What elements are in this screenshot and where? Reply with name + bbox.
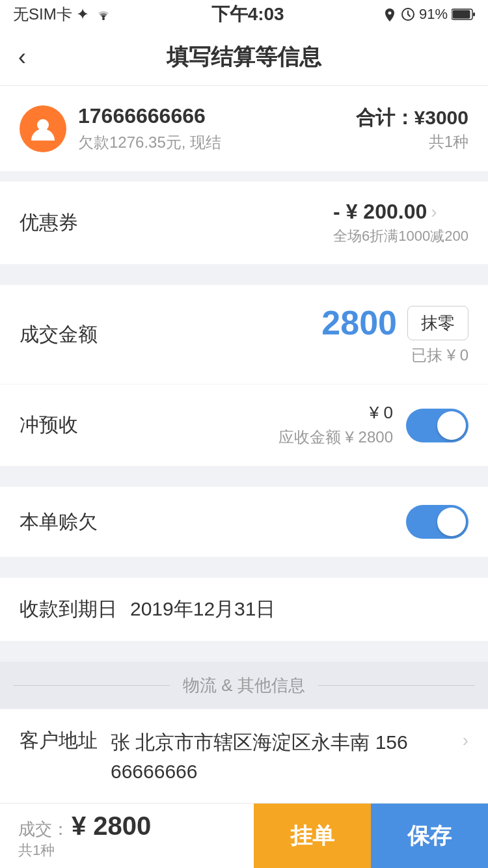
battery-icon [452, 8, 475, 21]
location-icon [383, 7, 397, 21]
coupon-chevron-icon: › [431, 202, 437, 223]
prepaid-sub: 应收金额 ¥ 2800 [278, 427, 393, 448]
page-header: ‹ 填写结算等信息 [0, 29, 488, 86]
logistics-divider: 物流 & 其他信息 [0, 662, 488, 709]
section-separator-2 [0, 476, 488, 487]
customer-sub: 欠款1276.35元, 现结 [78, 132, 221, 153]
status-right: 91% [383, 6, 475, 23]
footer-info: 成交： ¥ 2800 共1种 [0, 811, 254, 860]
customer-total: 合计：¥3000 共1种 [356, 105, 468, 152]
address-label: 客户地址 [20, 727, 98, 754]
deal-amount-row: 成交金额 2800 抹零 已抹 ¥ 0 [0, 285, 488, 385]
deal-amount-right: 2800 抹零 已抹 ¥ 0 [321, 303, 468, 366]
address-section[interactable]: 客户地址 张 北京市市辖区海淀区永丰南 156 66666666 › [0, 709, 488, 804]
page-title: 填写结算等信息 [167, 42, 321, 72]
section-separator-1 [0, 275, 488, 285]
divider-line-right [318, 685, 475, 686]
coupon-label: 优惠券 [20, 210, 78, 236]
status-time: 下午4:03 [211, 2, 284, 27]
pending-button[interactable]: 挂单 [254, 804, 371, 869]
address-chevron-icon: › [463, 730, 468, 751]
coupon-discount: - ¥ 200.00 [333, 200, 427, 224]
coupon-section[interactable]: 优惠券 - ¥ 200.00 › 全场6折满1000减200 [0, 182, 488, 264]
save-button[interactable]: 保存 [371, 804, 488, 869]
user-avatar-icon [29, 115, 57, 143]
prepaid-label: 冲预收 [20, 412, 78, 439]
divider-line-left [13, 685, 170, 686]
battery-level: 91% [419, 6, 448, 23]
prepaid-row: 冲预收 ¥ 0 应收金额 ¥ 2800 [0, 385, 488, 466]
footer-count: 共1种 [18, 841, 236, 860]
customer-phone: 17666666666 [78, 104, 221, 128]
total-count: 共1种 [356, 131, 468, 152]
deal-amount-value: 2800 [321, 303, 397, 342]
prepaid-toggle[interactable] [406, 409, 468, 442]
footer-bar: 成交： ¥ 2800 共1种 挂单 保存 [0, 803, 488, 868]
coupon-right: - ¥ 200.00 › 全场6折满1000减200 [333, 200, 468, 246]
back-button[interactable]: ‹ [18, 44, 26, 71]
status-bar: 无SIM卡 ✦ 下午4:03 91% [0, 0, 488, 29]
debt-row: 本单赊欠 [0, 487, 488, 557]
due-date-section: 收款到期日 2019年12月31日 [0, 578, 488, 641]
sim-label: 无SIM卡 ✦ [13, 4, 89, 25]
prepaid-right: ¥ 0 应收金额 ¥ 2800 [278, 403, 393, 448]
section-separator-3 [0, 567, 488, 578]
deal-amount-sub: 已抹 ¥ 0 [321, 345, 468, 366]
due-date-value: 2019年12月31日 [130, 596, 275, 623]
section-separator-4 [0, 651, 488, 662]
due-date-label: 收款到期日 [20, 596, 117, 623]
avatar [20, 105, 66, 152]
clock-icon [401, 7, 415, 21]
status-left: 无SIM卡 ✦ [13, 4, 113, 25]
svg-rect-4 [473, 12, 475, 16]
total-amount: 合计：¥3000 [356, 105, 468, 131]
customer-info-section: 17666666666 欠款1276.35元, 现结 合计：¥3000 共1种 [0, 86, 488, 171]
debt-toggle[interactable] [406, 505, 468, 539]
customer-details: 17666666666 欠款1276.35元, 现结 [78, 104, 221, 153]
debt-section: 本单赊欠 [0, 487, 488, 557]
svg-point-0 [102, 18, 105, 20]
coupon-desc: 全场6折满1000减200 [333, 226, 468, 246]
amount-section: 成交金额 2800 抹零 已抹 ¥ 0 冲预收 ¥ 0 应收金额 ¥ 2800 [0, 285, 488, 466]
debt-label: 本单赊欠 [20, 509, 98, 536]
footer-deal-label: 成交： [18, 818, 69, 841]
round-zero-button[interactable]: 抹零 [407, 306, 468, 340]
divider-text: 物流 & 其他信息 [183, 674, 305, 697]
wifi-icon [94, 8, 113, 21]
address-value: 张 北京市市辖区海淀区永丰南 156 66666666 [111, 727, 459, 786]
deal-amount-label: 成交金额 [20, 321, 98, 348]
svg-rect-3 [453, 10, 470, 19]
footer-amount: ¥ 2800 [72, 811, 151, 841]
prepaid-amount: ¥ 0 [370, 403, 393, 423]
